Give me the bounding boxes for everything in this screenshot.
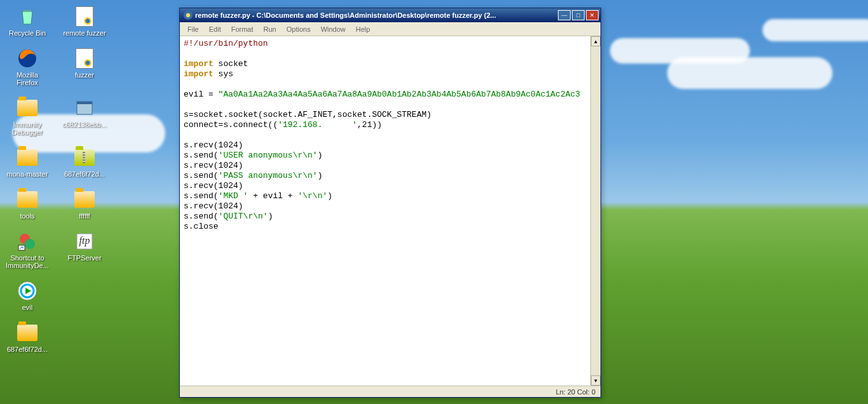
desktop-icon-mona-master[interactable]: mona-master	[5, 147, 50, 178]
desktop-icon-687ef6f72d-zip[interactable]: 687ef6f72d...	[62, 147, 107, 178]
687ef6f72d-folder-icon	[17, 323, 37, 343]
shortcut-immunity-icon	[17, 231, 37, 252]
desktop-icon-ffffff[interactable]: ffffff	[62, 189, 107, 220]
close-button[interactable]: ✕	[586, 10, 599, 20]
minimize-button[interactable]: —	[558, 10, 571, 20]
desktop-icons: Recycle Binremote fuzzerMozilla Firefoxf…	[5, 6, 107, 365]
desktop-icon-c682138ebb[interactable]: c682138ebb...	[62, 98, 107, 136]
desktop-icon-ftpserver[interactable]: ftpFTPServer	[62, 231, 107, 269]
vertical-scrollbar[interactable]: ▲ ▼	[590, 36, 600, 386]
scroll-down-arrow[interactable]: ▼	[591, 375, 600, 386]
menu-options[interactable]: Options	[281, 24, 316, 34]
menu-edit[interactable]: Edit	[204, 24, 226, 34]
icon-label: mona-master	[7, 170, 48, 178]
desktop-icon-687ef6f72d-folder[interactable]: 687ef6f72d...	[5, 323, 50, 353]
icon-label: Recycle Bin	[9, 29, 46, 37]
statusbar: Ln: 20 Col: 0	[180, 386, 600, 397]
icon-label: 687ef6f72d...	[7, 346, 48, 353]
icon-label: evil	[22, 304, 33, 311]
icon-label: tools	[20, 212, 34, 220]
svg-text:ftp: ftp	[79, 235, 90, 246]
menu-help[interactable]: Help	[351, 24, 376, 34]
titlebar[interactable]: remote fuzzer.py - C:\Documents and Sett…	[180, 8, 600, 22]
menubar: FileEditFormatRunOptionsWindowHelp	[180, 22, 600, 36]
desktop-icon-shortcut-immunity[interactable]: Shortcut to ImmunityDe...	[5, 231, 50, 269]
menu-format[interactable]: Format	[226, 24, 259, 34]
icon-label: Immunity Debugger	[5, 121, 50, 136]
editor-window: remote fuzzer.py - C:\Documents and Sett…	[179, 8, 601, 398]
code-area: #!/usr/bin/python import socket import s…	[180, 36, 600, 386]
recycle-bin-icon	[17, 6, 37, 27]
mona-master-icon	[17, 147, 37, 168]
shebang-line: #!/usr/bin/python	[184, 39, 268, 48]
desktop-icon-tools[interactable]: tools	[5, 189, 50, 220]
code-content[interactable]: #!/usr/bin/python import socket import s…	[180, 36, 590, 386]
ftpserver-icon: ftp	[74, 231, 95, 252]
firefox-icon	[17, 48, 37, 69]
desktop-icon-remote-fuzzer[interactable]: remote fuzzer	[62, 6, 107, 37]
icon-label: c682138ebb...	[62, 121, 107, 128]
fuzzer-icon	[74, 48, 95, 69]
icon-label: FTPServer	[67, 254, 101, 262]
window-title: remote fuzzer.py - C:\Documents and Sett…	[195, 11, 557, 19]
menu-run[interactable]: Run	[259, 24, 281, 34]
c682138ebb-icon	[74, 98, 95, 118]
svg-rect-5	[18, 245, 25, 250]
tools-icon	[17, 189, 37, 210]
svg-point-4	[25, 239, 35, 249]
python-app-icon	[184, 11, 193, 20]
desktop-icon-immunity-debugger[interactable]: Immunity Debugger	[5, 98, 50, 136]
remote-fuzzer-icon	[74, 6, 95, 27]
icon-label: Shortcut to ImmunityDe...	[5, 254, 50, 269]
evil-icon	[17, 281, 37, 301]
687ef6f72d-zip-icon	[74, 147, 95, 168]
ffffff-icon	[74, 189, 95, 210]
scroll-track[interactable]	[591, 46, 600, 375]
icon-label: 687ef6f72d...	[64, 170, 105, 178]
menu-file[interactable]: File	[182, 24, 204, 34]
scroll-up-arrow[interactable]: ▲	[591, 36, 600, 46]
menu-window[interactable]: Window	[316, 24, 351, 34]
desktop-icon-fuzzer[interactable]: fuzzer	[62, 48, 107, 86]
icon-label: Mozilla Firefox	[5, 71, 50, 86]
svg-rect-2	[77, 102, 92, 104]
icon-label: ffffff	[79, 212, 90, 220]
cursor-position: Ln: 20 Col: 0	[556, 388, 595, 396]
desktop-icon-evil[interactable]: evil	[5, 281, 50, 311]
immunity-debugger-icon	[17, 98, 37, 118]
icon-label: remote fuzzer	[63, 29, 105, 37]
desktop-icon-recycle-bin[interactable]: Recycle Bin	[5, 6, 50, 37]
maximize-button[interactable]: □	[572, 10, 585, 20]
desktop-icon-firefox[interactable]: Mozilla Firefox	[5, 48, 50, 86]
icon-label: fuzzer	[75, 71, 94, 79]
